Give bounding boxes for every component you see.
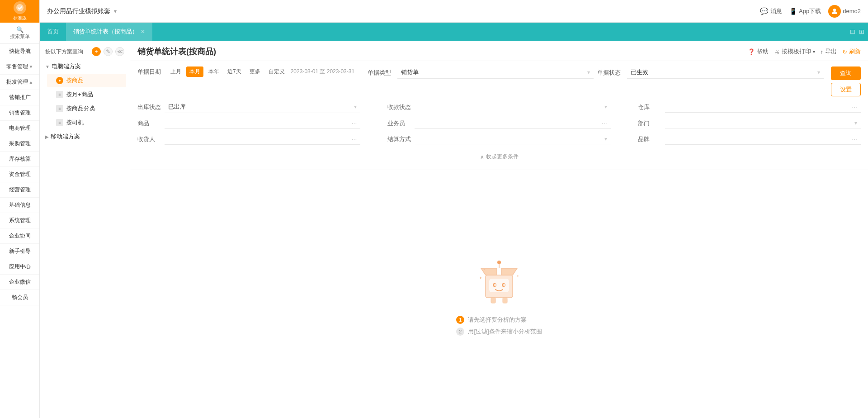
print-btn[interactable]: 🖨 按模板打印 ▾ — [774, 48, 815, 56]
warehouse-value[interactable]: 已出库 ▾ — [165, 101, 360, 113]
brand-label: 品牌 — [638, 135, 665, 143]
sidebar-item-newbie[interactable]: 新手引导 — [0, 244, 39, 259]
export-btn[interactable]: ↑ 导出 — [821, 48, 837, 56]
settlement-value[interactable]: ▾ — [415, 134, 610, 144]
date-btn-custom[interactable]: 自定义 — [265, 66, 288, 77]
date-btn-more[interactable]: 更多 — [246, 66, 264, 77]
sq-icon-3: ≡ — [56, 119, 63, 126]
collapse-label: 收起更多条件 — [486, 153, 519, 161]
storage-value[interactable]: ··· — [665, 101, 861, 113]
refresh-btn[interactable]: ↻ 刷新 — [842, 48, 861, 56]
payment-dropdown-icon[interactable]: ▾ — [604, 104, 607, 110]
payment-label: 收款状态 — [387, 103, 415, 111]
sidebar-item-retail[interactable]: 零售管理 ▼ — [0, 59, 39, 75]
sidebar-item-finance[interactable]: 资金管理 — [0, 167, 39, 182]
storage-more-icon[interactable]: ··· — [852, 103, 857, 110]
bill-status-dropdown-icon[interactable]: ▾ — [817, 69, 820, 76]
dropdown-arrow-icon[interactable]: ▾ — [114, 8, 117, 14]
date-btn-thisyear[interactable]: 本年 — [205, 66, 222, 77]
sidebar-item-appcenter[interactable]: 应用中心 — [0, 259, 39, 275]
inventory-label: 库存核算 — [2, 155, 38, 163]
receiver-value[interactable]: ··· — [165, 133, 360, 145]
brand-value[interactable]: ··· — [665, 133, 861, 145]
page-title: 销货单统计表(按商品) — [137, 46, 216, 57]
left-panel: 按以下方案查询 + ✎ ≪ ▼ 电脑端方案 ● 按商品 — [40, 41, 130, 418]
page-title-bar: 销货单统计表(按商品) ❓ 帮助 🖨 按模板打印 ▾ ↑ — [130, 41, 868, 61]
tree-section: ▼ 电脑端方案 ● 按商品 ≡ 按月+商品 ≡ — [40, 58, 130, 145]
department-dropdown-icon[interactable]: ▾ — [854, 120, 857, 126]
filter-row-4: 收货人 ··· 结算方式 ▾ — [137, 133, 861, 145]
user-profile[interactable]: demo2 — [828, 5, 861, 18]
date-btn-7days[interactable]: 近7天 — [224, 66, 245, 77]
app-download-btn[interactable]: 📱 App下载 — [789, 7, 821, 15]
filter-header: 按以下方案查询 + ✎ ≪ — [40, 45, 130, 58]
tree-child-by-goods[interactable]: ● 按商品 — [47, 74, 126, 87]
tree-child-by-driver[interactable]: ≡ 按司机 — [47, 116, 126, 129]
payment-field: 收款状态 ▾ — [387, 102, 610, 112]
edit-scheme-btn[interactable]: ✎ — [104, 47, 113, 56]
receiver-more-icon[interactable]: ··· — [352, 135, 357, 142]
svg-rect-3 — [489, 279, 509, 292]
payment-value[interactable]: ▾ — [415, 102, 610, 112]
bill-type-value[interactable]: 销货单 ▾ — [397, 66, 594, 79]
settings-button[interactable]: 设置 — [831, 83, 861, 96]
bill-type-dropdown-icon[interactable]: ▾ — [587, 69, 590, 76]
date-filter-field: 单据日期 上月 本月 本年 近7天 更多 自定义 2023-03-01 至 20… — [137, 66, 364, 77]
logo-icon — [14, 1, 26, 14]
brand-more-icon[interactable]: ··· — [852, 135, 857, 142]
tree-parent-pc[interactable]: ▼ 电脑端方案 — [40, 60, 130, 73]
date-btn-thismonth[interactable]: 本月 — [186, 66, 203, 77]
tab-minimize-icon[interactable]: ⊟ — [850, 28, 855, 35]
sidebar-item-wholesale[interactable]: 批发管理 ▲ — [0, 75, 39, 90]
add-scheme-btn[interactable]: + — [92, 47, 101, 56]
active-dot-icon: ● — [56, 77, 63, 84]
empty-tip-2: 2 用[过滤]条件来缩小分析范围 — [456, 328, 542, 336]
warehouse-dropdown-icon[interactable]: ▾ — [354, 104, 357, 110]
sidebar-item-basic[interactable]: 基础信息 — [0, 198, 39, 213]
warehouse-text: 已出库 — [168, 103, 352, 111]
tab-maximize-icon[interactable]: ⊞ — [859, 28, 864, 35]
help-btn[interactable]: ❓ 帮助 — [748, 48, 769, 56]
sidebar-item-inventory[interactable]: 库存核算 — [0, 152, 39, 167]
settlement-dropdown-icon[interactable]: ▾ — [604, 136, 607, 142]
department-value[interactable]: ▾ — [665, 118, 861, 128]
sidebar-item-system[interactable]: 系统管理 — [0, 213, 39, 228]
sidebar-item-sales[interactable]: 销售管理 — [0, 105, 39, 121]
search-menu[interactable]: 🔍 搜索菜单 — [0, 23, 39, 44]
sidebar-item-purchase[interactable]: 采购管理 — [0, 136, 39, 152]
bill-status-value[interactable]: 已生效 ▾ — [627, 66, 824, 79]
tab-spacer — [152, 23, 846, 41]
salesperson-more-icon[interactable]: ··· — [602, 119, 607, 127]
refresh-icon: ↻ — [842, 48, 847, 55]
messages-btn[interactable]: 💬 消息 — [760, 7, 782, 15]
app-download-label: App下载 — [799, 7, 821, 15]
sidebar-item-quicknav[interactable]: 快捷导航 — [0, 44, 39, 59]
date-btn-lastmonth[interactable]: 上月 — [167, 66, 184, 77]
sidebar-item-enterprise[interactable]: 企业协同 — [0, 228, 39, 244]
collapse-panel-btn[interactable]: ≪ — [115, 47, 124, 56]
sq-icon-2: ≡ — [56, 105, 63, 112]
query-button[interactable]: 查询 — [831, 66, 861, 80]
svg-point-0 — [16, 4, 24, 11]
tab-close-icon[interactable]: ✕ — [141, 28, 145, 35]
sidebar-item-marketing[interactable]: 营销推广 — [0, 90, 39, 105]
app-logo[interactable]: 标准版 — [0, 0, 39, 23]
purchase-label: 采购管理 — [2, 140, 38, 147]
tree-parent-mobile[interactable]: ▶ 移动端方案 — [40, 130, 130, 143]
sidebar-item-operations[interactable]: 经营管理 — [0, 182, 39, 198]
sidebar-item-corpwechat[interactable]: 企业微信 — [0, 275, 39, 290]
tree-child-by-month-goods[interactable]: ≡ 按月+商品 — [47, 88, 126, 101]
tree-child-by-category[interactable]: ≡ 按商品分类 — [47, 102, 126, 115]
goods-value[interactable]: ··· — [165, 118, 360, 129]
sidebar-item-member[interactable]: 畅会员 — [0, 290, 39, 305]
settlement-field: 结算方式 ▾ — [387, 134, 610, 144]
filter-area: 单据日期 上月 本月 本年 近7天 更多 自定义 2023-03-01 至 20… — [130, 61, 868, 170]
salesperson-value[interactable]: ··· — [415, 118, 610, 129]
tab-home[interactable]: 首页 — [40, 23, 66, 41]
date-shortcuts: 上月 本月 本年 近7天 更多 自定义 — [167, 66, 288, 77]
collapse-row[interactable]: ∧ 收起更多条件 — [137, 149, 861, 164]
goods-more-icon[interactable]: ··· — [352, 119, 357, 127]
tab-active[interactable]: 销货单统计表（按商品） ✕ — [66, 23, 152, 41]
sidebar-item-ecommerce[interactable]: 电商管理 — [0, 121, 39, 136]
svg-point-7 — [503, 284, 505, 286]
